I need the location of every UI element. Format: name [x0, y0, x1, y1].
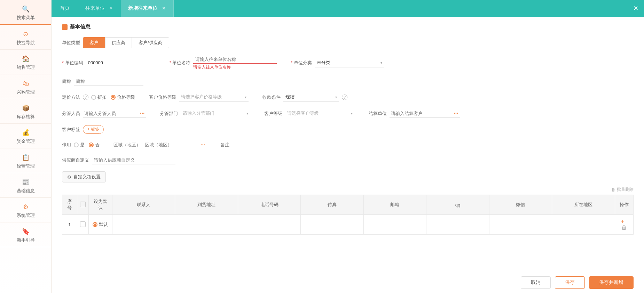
field-customer-level: 客户等级 请选择客户等级 ▾ [264, 109, 355, 118]
row-area[interactable] [552, 215, 615, 235]
supervisor-label: 分管人员 [62, 111, 80, 117]
purchase-icon: 🛍 [22, 79, 30, 88]
payment-terms-select[interactable]: 现结 ▾ [283, 92, 339, 102]
tab-partners-close[interactable]: ✕ [108, 6, 114, 11]
form-row-supplier-custom: 供应商自定义 [62, 156, 634, 164]
sidebar-item-label: 搜索菜单 [17, 15, 35, 21]
col-action: 操作 [615, 195, 633, 215]
sidebar-item-quick-nav[interactable]: ⊙ 快捷导航 [0, 25, 51, 50]
settlement-unit-more-btn[interactable]: ··· [452, 110, 460, 116]
row-seq: 1 [62, 215, 77, 235]
delete-row-btn[interactable]: 🗑 [621, 225, 627, 230]
region-input[interactable] [143, 141, 199, 149]
row-fax[interactable] [301, 215, 363, 235]
area-input[interactable] [555, 222, 612, 227]
address-input[interactable] [178, 222, 235, 227]
supplier-custom-input[interactable] [92, 156, 175, 164]
table-row: 1 默认 [62, 215, 634, 235]
tab-home[interactable]: 首页 [52, 0, 78, 17]
tab-new-partner-label: 新增往来单位 [128, 5, 157, 11]
supervisor-more-btn[interactable]: ··· [139, 110, 146, 116]
phone-input[interactable] [241, 222, 298, 227]
region-more-btn[interactable]: ··· [199, 142, 206, 148]
custom-settings-button[interactable]: ⚙ 自定义项设置 [62, 171, 106, 182]
unit-category-select[interactable]: 未分类 ▾ [315, 58, 384, 67]
pricing-discount-circle [91, 95, 96, 100]
row-checkbox[interactable] [80, 221, 86, 227]
row-qq[interactable] [426, 215, 489, 235]
row-default-circle [93, 222, 97, 227]
supervisor-input[interactable] [83, 109, 139, 117]
department-select[interactable]: 请输入分管部门 ▾ [181, 109, 250, 118]
row-address[interactable] [175, 215, 238, 235]
sidebar-item-sales[interactable]: 🏠 销售管理 [0, 50, 51, 74]
email-input[interactable] [367, 222, 423, 227]
unit-type-customer-btn[interactable]: 客户 [83, 37, 105, 48]
sidebar-item-label: 采购管理 [17, 89, 35, 95]
sidebar-item-guide[interactable]: 🔖 新手引导 [0, 222, 51, 247]
contact-input[interactable] [115, 222, 172, 227]
unit-type-both-btn[interactable]: 客户/供应商 [132, 37, 169, 48]
window-close-button[interactable]: ✕ [628, 5, 644, 12]
row-default-radio-item[interactable]: 默认 [92, 221, 109, 228]
unit-name-input[interactable] [193, 55, 277, 64]
sidebar-item-inventory[interactable]: 📦 库存核算 [0, 99, 51, 124]
sidebar-item-system[interactable]: ⚙ 系统管理 [0, 198, 51, 222]
save-button[interactable]: 保存 [555, 276, 585, 289]
customer-tag-label: 客户标签 [62, 127, 80, 133]
pricing-help-icon[interactable]: ? [83, 95, 88, 100]
row-wechat[interactable] [489, 215, 552, 235]
wechat-input[interactable] [492, 222, 549, 227]
batch-delete-button[interactable]: 🗑 批量删除 [611, 187, 634, 193]
sidebar-item-finance[interactable]: 💰 资金管理 [0, 124, 51, 148]
row-checkbox-cell [77, 215, 88, 235]
sidebar-item-label: 库存核算 [17, 114, 35, 120]
add-row-btn[interactable]: + [621, 218, 624, 224]
sidebar-item-label: 经营管理 [17, 163, 35, 169]
row-contact[interactable] [112, 215, 175, 235]
unit-code-input[interactable] [86, 59, 156, 67]
sidebar-item-operations[interactable]: 📋 经营管理 [0, 148, 51, 173]
batch-delete-label: 批量删除 [617, 187, 634, 193]
customer-price-level-select[interactable]: 请选择客户价格等级 ▾ [179, 92, 249, 102]
region-input-group: ··· [143, 141, 206, 149]
pricing-discount-radio[interactable]: 折扣 [91, 94, 107, 100]
section-flag-icon [62, 24, 68, 30]
short-name-input[interactable] [74, 77, 143, 86]
note-input[interactable] [232, 141, 330, 149]
sidebar-item-purchase[interactable]: 🛍 采购管理 [0, 74, 51, 99]
table-header: 序号 设为默认 联系人 到货地址 电话号码 传真 邮箱 qq 微信 所在地区 操… [62, 195, 634, 215]
col-contact: 联系人 [112, 195, 175, 215]
batch-delete-bar: 🗑 批量删除 [62, 187, 634, 193]
inventory-icon: 📦 [22, 104, 30, 112]
col-default: 设为默认 [88, 195, 112, 215]
system-icon: ⚙ [22, 203, 30, 211]
disable-yes-radio[interactable]: 是 [74, 142, 85, 148]
row-phone[interactable] [238, 215, 300, 235]
tab-partners[interactable]: 往来单位 ✕ [78, 0, 121, 17]
unit-type-supplier-btn[interactable]: 供应商 [105, 37, 132, 48]
tab-new-partner[interactable]: 新增往来单位 ✕ [121, 0, 174, 17]
tab-new-partner-close[interactable]: ✕ [161, 6, 166, 11]
payment-terms-value: 现结 [285, 94, 294, 100]
row-default-label: 默认 [99, 221, 108, 228]
add-tag-button[interactable]: + 标签 [83, 125, 104, 134]
qq-input[interactable] [429, 222, 486, 227]
row-email[interactable] [363, 215, 426, 235]
sidebar-item-label: 快捷导航 [17, 40, 35, 46]
disable-no-radio[interactable]: 否 [89, 142, 100, 148]
payment-terms-help-icon[interactable]: ? [342, 95, 347, 100]
save-new-button[interactable]: 保存并新增 [589, 276, 634, 289]
col-phone: 电话号码 [238, 195, 300, 215]
pricing-level-radio[interactable]: 价格等级 [111, 94, 135, 100]
fax-input[interactable] [304, 222, 360, 227]
unit-name-error: 请输入往来单位名称 [193, 64, 277, 70]
sidebar-item-label: 基础信息 [17, 188, 35, 194]
settlement-unit-input[interactable] [390, 109, 452, 117]
sidebar-item-search[interactable]: 🔍 搜索菜单 [0, 0, 51, 25]
cancel-button[interactable]: 取消 [521, 276, 551, 289]
select-all-checkbox[interactable] [80, 202, 86, 207]
customer-level-select[interactable]: 请选择客户等级 ▾ [285, 109, 355, 118]
sidebar-item-basic-info[interactable]: 📰 基础信息 [0, 173, 51, 198]
contact-table: 序号 设为默认 联系人 到货地址 电话号码 传真 邮箱 qq 微信 所在地区 操… [62, 195, 634, 235]
